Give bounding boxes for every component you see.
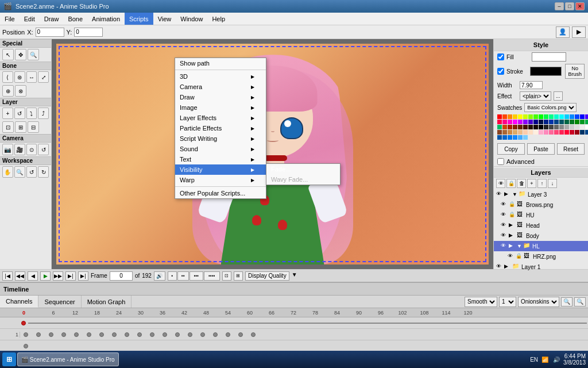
menu-text[interactable]: Text ▶: [175, 154, 266, 164]
kf-4[interactable]: [61, 332, 66, 337]
swatch-26[interactable]: [539, 120, 543, 124]
swatch-55[interactable]: [502, 130, 507, 135]
layer-row-layer3[interactable]: 👁 ▶ ▼ 📁 Layer 3: [494, 189, 588, 200]
swatch-50[interactable]: [570, 125, 574, 129]
view-mode-4[interactable]: ▪▪▪▪: [204, 271, 220, 281]
swatch-58[interactable]: [518, 130, 523, 135]
swatch-51[interactable]: [575, 125, 579, 129]
track-content-2[interactable]: [20, 329, 588, 340]
menu-3d[interactable]: 3D ▶: [175, 71, 266, 82]
tab-channels[interactable]: Channels: [0, 296, 38, 308]
show-path-item[interactable]: Show path: [175, 58, 266, 68]
swatch-25[interactable]: [533, 120, 538, 124]
swatch-67[interactable]: [564, 130, 569, 135]
kf-15[interactable]: [200, 332, 205, 337]
layer-eye-brows[interactable]: 👁: [501, 201, 508, 208]
layer-row-brows[interactable]: 👁 🔒 🖼 Brows.png: [494, 200, 588, 210]
tool-ws4[interactable]: ↻: [38, 166, 49, 178]
track-content-3[interactable]: [20, 340, 588, 351]
canvas-area[interactable]: Show path 3D ▶ Camera ▶ Draw ▶ Image ▶ L…: [52, 39, 493, 269]
stroke-checkbox[interactable]: [497, 68, 504, 75]
swatch-48[interactable]: [559, 125, 564, 129]
tool-bone1[interactable]: ⟨: [2, 71, 13, 83]
kf-16[interactable]: [213, 332, 218, 337]
swatch-60[interactable]: [528, 130, 533, 135]
tab-motion-graph[interactable]: Motion Graph: [82, 296, 132, 308]
frame-play[interactable]: ▶: [40, 271, 51, 281]
multiplier-select[interactable]: 1: [499, 297, 516, 307]
window-controls[interactable]: – □ ✕: [555, 2, 585, 10]
kf-13[interactable]: [175, 332, 180, 337]
swatch-41[interactable]: [523, 125, 528, 129]
y-input[interactable]: [74, 28, 103, 37]
kf-2[interactable]: [36, 332, 41, 337]
layer-expand-hl[interactable]: ▼: [517, 243, 522, 249]
swatch-62[interactable]: [539, 130, 543, 135]
kf-3[interactable]: [49, 332, 53, 337]
swatch-36[interactable]: [497, 125, 502, 129]
menu-draw[interactable]: Draw: [40, 13, 64, 25]
tool-layer1[interactable]: +: [2, 108, 13, 119]
swatch-66[interactable]: [559, 130, 564, 135]
kf-12[interactable]: [163, 332, 167, 337]
layer-tool-3[interactable]: 🗑: [517, 179, 526, 188]
swatch-3[interactable]: [513, 114, 517, 119]
tool-ws1[interactable]: ✋: [2, 166, 13, 178]
layer-tool-1[interactable]: 👁: [496, 179, 505, 188]
swatch-46[interactable]: [549, 125, 554, 129]
tool-cam1[interactable]: 📷: [2, 144, 13, 155]
swatch-68[interactable]: [570, 130, 574, 135]
frame-prev-key[interactable]: ◀◀: [15, 271, 25, 281]
kf-7[interactable]: [99, 332, 104, 337]
tool-bone4[interactable]: ⤢: [38, 71, 49, 83]
tool-layer7[interactable]: ⊟: [28, 121, 39, 133]
effect-btn[interactable]: ...: [554, 91, 563, 101]
swatch-17[interactable]: [585, 114, 588, 119]
kf-b1[interactable]: [24, 344, 28, 348]
frame-start[interactable]: |◀: [2, 271, 13, 281]
fill-checkbox[interactable]: [497, 53, 504, 60]
swatch-37[interactable]: [502, 125, 507, 129]
swatch-18[interactable]: [497, 120, 502, 124]
menu-bone[interactable]: Bone: [63, 13, 87, 25]
reset-btn[interactable]: Reset: [557, 143, 585, 155]
tool-cam4[interactable]: ↺: [38, 144, 49, 155]
menu-visibility[interactable]: Visibility ▶ Fade... Wavy Fade...: [175, 164, 266, 175]
swatch-47[interactable]: [554, 125, 559, 129]
layer-lock-layer1[interactable]: ▶: [504, 263, 511, 270]
frame-prev[interactable]: ◀: [28, 271, 38, 281]
tab-sequencer[interactable]: Sequencer: [38, 296, 81, 308]
swatch-31[interactable]: [564, 120, 569, 124]
menu-layer-effects[interactable]: Layer Effects ▶: [175, 113, 266, 123]
layer-lock-hl[interactable]: ▶: [509, 243, 516, 250]
layer-row-hrz[interactable]: 👁 🔒 🖼 HRZ.png: [494, 251, 588, 262]
tool-bone3[interactable]: ↔: [26, 71, 37, 83]
menu-file[interactable]: File: [0, 13, 20, 25]
swatch-14[interactable]: [570, 114, 574, 119]
frame-next[interactable]: ▶▶: [53, 271, 63, 281]
maximize-btn[interactable]: □: [565, 2, 574, 10]
swatch-40[interactable]: [518, 125, 523, 129]
tool-move[interactable]: ✥: [15, 49, 26, 60]
swatch-15[interactable]: [575, 114, 579, 119]
swatch-77[interactable]: [523, 135, 528, 140]
kf-5[interactable]: [74, 332, 79, 337]
tool-zoom[interactable]: 🔍: [28, 49, 39, 60]
view-mode-2[interactable]: ▪▪: [177, 271, 189, 281]
track-content-1[interactable]: [20, 317, 588, 328]
swatch-71[interactable]: [585, 130, 588, 135]
stroke-swatch[interactable]: [530, 67, 562, 76]
swatch-30[interactable]: [559, 120, 564, 124]
menu-view[interactable]: View: [153, 13, 176, 25]
minimize-btn[interactable]: –: [555, 2, 564, 10]
tool-ws3[interactable]: ↺: [26, 166, 37, 178]
swatch-4[interactable]: [518, 114, 523, 119]
audio-btn[interactable]: 🔊: [154, 271, 165, 281]
keyframe-start[interactable]: [21, 321, 26, 325]
clock[interactable]: 6:44 PM 3/8/2013: [563, 353, 586, 366]
swatch-23[interactable]: [523, 120, 528, 124]
smooth-select[interactable]: Smooth: [465, 297, 497, 307]
kf-17[interactable]: [226, 332, 230, 337]
swatch-1[interactable]: [502, 114, 507, 119]
swatch-32[interactable]: [570, 120, 574, 124]
